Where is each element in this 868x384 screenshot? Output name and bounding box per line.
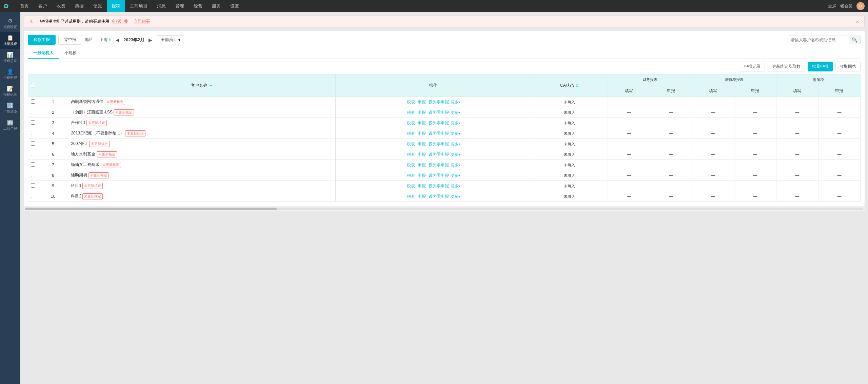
search-input[interactable]: [788, 36, 849, 44]
sidebar-item-tax-overview[interactable]: 📊 报税总览: [0, 49, 20, 66]
row-operations: 税表 申报 设为零申报 更多▾: [335, 128, 531, 139]
row-checkbox[interactable]: [28, 107, 38, 118]
nav-billing[interactable]: 收费: [52, 0, 70, 12]
op-declare[interactable]: 申报: [418, 110, 426, 115]
nav-message[interactable]: 消息: [152, 0, 171, 12]
sidebar-item-label-industrial-report: 工商年报: [3, 127, 17, 131]
nav-service[interactable]: 服务: [207, 0, 225, 12]
row-checkbox[interactable]: [28, 170, 38, 181]
op-more[interactable]: 更多▾: [451, 110, 460, 115]
collect-back-button[interactable]: 收取回执: [835, 62, 861, 71]
op-more[interactable]: 更多▾: [451, 194, 460, 199]
sidebar-item-personal-tax[interactable]: 👤 个税申报: [0, 66, 20, 83]
op-more[interactable]: 更多▾: [451, 173, 460, 178]
sidebar-item-batch-tax[interactable]: 📋 批量报税: [0, 32, 20, 49]
op-tax-form[interactable]: 税表: [407, 99, 415, 105]
op-declare[interactable]: 申报: [418, 194, 426, 199]
sidebar-item-tax-settings[interactable]: ⚙ 报税设置: [0, 15, 20, 32]
row-add-dec: —: [818, 128, 860, 139]
sidebar-item-industrial-report[interactable]: 🏢 工商年报: [0, 116, 20, 133]
prev-month-button[interactable]: ◀: [114, 37, 121, 43]
nav-accounting[interactable]: 记账: [88, 0, 107, 12]
nav-home[interactable]: 首页: [15, 0, 34, 12]
op-zero-declare[interactable]: 设为零申报: [429, 120, 449, 126]
op-tax-form[interactable]: 税表: [407, 152, 415, 157]
tab-zero-declare[interactable]: 零申报: [58, 35, 82, 45]
banner-link1[interactable]: 申报汇费: [112, 19, 128, 24]
tab-tax-declare[interactable]: 税款申报: [28, 35, 56, 45]
row-checkbox[interactable]: [28, 181, 38, 191]
op-declare[interactable]: 申报: [418, 99, 426, 105]
subtab-small[interactable]: 小规模: [59, 48, 82, 59]
op-tax-form[interactable]: 税表: [407, 183, 415, 189]
op-declare[interactable]: 申报: [418, 183, 426, 189]
op-more[interactable]: 更多▾: [451, 142, 460, 147]
nav-tax[interactable]: 报税: [107, 0, 125, 12]
nav-industrial[interactable]: 工商项目: [125, 0, 152, 12]
update-quota-button[interactable]: 更新统定及取数: [768, 62, 805, 71]
banner-close-button[interactable]: ×: [856, 19, 859, 24]
op-zero-declare[interactable]: 设为零申报: [429, 131, 449, 136]
op-zero-declare[interactable]: 设为零申报: [429, 194, 449, 199]
op-declare[interactable]: 申报: [418, 152, 426, 157]
upgrade-button[interactable]: 畅会员: [840, 3, 852, 9]
op-zero-declare[interactable]: 设为零申报: [429, 99, 449, 105]
op-more[interactable]: 更多▾: [451, 100, 460, 105]
row-checkbox[interactable]: [28, 160, 38, 170]
op-more[interactable]: 更多▾: [451, 152, 460, 157]
op-tax-form[interactable]: 税表: [407, 110, 415, 115]
op-declare[interactable]: 申报: [418, 173, 426, 178]
op-more[interactable]: 更多▾: [451, 131, 460, 136]
select-all-checkbox[interactable]: [31, 83, 35, 87]
op-tax-form[interactable]: 税表: [407, 120, 415, 126]
op-tax-form[interactable]: 税表: [407, 141, 415, 147]
table-row: 7 杨仙女工资商试 未更新核定 税表 申报 设为零申报 更多▾ 未填入 — — …: [28, 160, 861, 170]
nav-invoice[interactable]: 票据: [70, 0, 88, 12]
op-tax-form[interactable]: 税表: [407, 194, 415, 199]
op-declare[interactable]: 申报: [418, 141, 426, 147]
search-button[interactable]: 🔍: [849, 36, 860, 44]
declare-records-button[interactable]: 申报记录: [740, 62, 765, 71]
staff-selector[interactable]: 全部员工 ▾: [157, 35, 184, 44]
status-badge: 未更新核定: [97, 151, 117, 157]
row-checkbox[interactable]: [28, 128, 38, 139]
row-checkbox[interactable]: [28, 139, 38, 149]
row-checkbox[interactable]: [28, 118, 38, 128]
op-zero-declare[interactable]: 设为零申报: [429, 152, 449, 157]
op-declare[interactable]: 申报: [418, 162, 426, 168]
op-zero-declare[interactable]: 设为零申报: [429, 141, 449, 147]
sidebar-item-calc-clear[interactable]: 🔢 汇算清缴: [0, 100, 20, 116]
nav-client[interactable]: 客户: [34, 0, 52, 12]
row-tax-dec: —: [734, 160, 776, 170]
row-checkbox[interactable]: [28, 191, 38, 202]
op-more[interactable]: 更多▾: [451, 163, 460, 168]
nav-management[interactable]: 管理: [171, 0, 189, 12]
subtab-general[interactable]: 一般纳税人: [28, 48, 59, 59]
op-tax-form[interactable]: 税表: [407, 162, 415, 168]
op-tax-form[interactable]: 税表: [407, 131, 415, 136]
row-checkbox[interactable]: [28, 149, 38, 160]
region-info-icon[interactable]: ℹ: [109, 38, 111, 42]
op-zero-declare[interactable]: 设为零申报: [429, 183, 449, 189]
op-tax-form[interactable]: 税表: [407, 173, 415, 178]
op-zero-declare[interactable]: 设为零申报: [429, 173, 449, 178]
fullscreen-button[interactable]: 全屏: [828, 3, 836, 9]
op-declare[interactable]: 申报: [418, 120, 426, 126]
batch-declare-button[interactable]: 批量申报: [808, 62, 833, 71]
sidebar-item-tax-records[interactable]: 📝 报税记录: [0, 83, 20, 100]
subtab-row: 一般纳税人 小规模: [28, 48, 861, 59]
op-declare[interactable]: 申报: [418, 131, 426, 136]
row-ca-status: 未填入: [531, 149, 608, 160]
nav-operation[interactable]: 经营: [189, 0, 207, 12]
row-checkbox[interactable]: [28, 97, 38, 107]
banner-link2[interactable]: 立即购买: [134, 19, 150, 24]
horizontal-scrollbar[interactable]: [24, 206, 865, 211]
next-month-button[interactable]: ▶: [146, 37, 154, 43]
user-avatar[interactable]: U: [856, 2, 865, 10]
op-more[interactable]: 更多▾: [451, 184, 460, 189]
op-zero-declare[interactable]: 设为零申报: [429, 110, 449, 115]
nav-settings[interactable]: 设置: [225, 0, 244, 12]
scroll-thumb[interactable]: [25, 208, 277, 210]
op-more[interactable]: 更多▾: [451, 121, 460, 126]
op-zero-declare[interactable]: 设为零申报: [429, 162, 449, 168]
